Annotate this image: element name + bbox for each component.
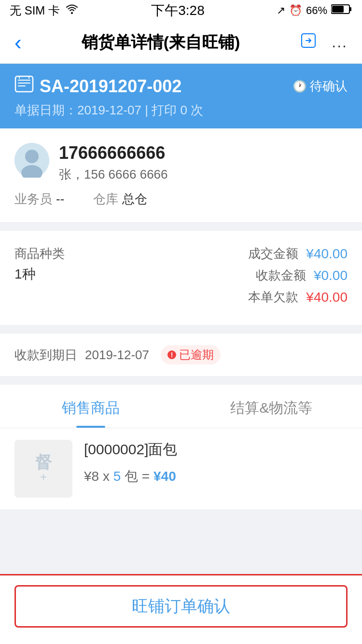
customer-info: 17666666666 张，156 6666 6666 xyxy=(59,143,348,183)
nav-actions: ... xyxy=(300,32,348,53)
product-info: [0000002]面包 ¥8 x 5 包 = ¥40 xyxy=(84,440,348,486)
status-time: 下午3:28 xyxy=(151,1,205,20)
battery-label: 66% xyxy=(306,4,327,17)
order-id: SA-20191207-002 xyxy=(14,75,181,97)
avatar xyxy=(14,143,49,178)
product-thumbnail: 督 + xyxy=(14,440,72,498)
product-qty: 5 xyxy=(113,469,121,484)
warehouse-label: 仓库 xyxy=(93,191,118,208)
share-button[interactable] xyxy=(300,32,317,53)
page-title: 销货单详情(来自旺铺) xyxy=(82,31,240,54)
type-value: 1种 xyxy=(14,265,65,283)
due-date-value: 2019-12-07 xyxy=(85,348,149,363)
amount-label-2: 本单欠款 xyxy=(248,289,298,306)
location-icon: ↗ xyxy=(277,4,285,17)
customer-row: 17666666666 张，156 6666 6666 xyxy=(14,143,348,183)
customer-phone: 17666666666 xyxy=(59,143,348,163)
svg-point-7 xyxy=(25,150,39,163)
tab-sales-product[interactable]: 销售商品 xyxy=(0,385,181,428)
product-unit: 包 xyxy=(125,469,138,484)
tab-settlement[interactable]: 结算&物流等 xyxy=(181,385,362,428)
product-card: 督 + [0000002]面包 ¥8 x 5 包 = ¥40 xyxy=(0,428,362,509)
amount-row-2: 本单欠款 ¥40.00 xyxy=(248,289,348,306)
tabs: 销售商品 结算&物流等 xyxy=(0,385,362,428)
order-status: 🕐 待确认 xyxy=(292,78,348,95)
product-total: ¥40 xyxy=(153,469,176,484)
wifi-icon xyxy=(65,4,79,17)
order-header: SA-20191207-002 🕐 待确认 单据日期：2019-12-07 | … xyxy=(0,64,362,128)
product-logo-text: 督 xyxy=(35,454,52,470)
product-price: ¥8 x 5 包 = ¥40 xyxy=(84,467,348,486)
carrier-label: 无 SIM 卡 xyxy=(10,3,60,18)
summary-left: 商品种类 1种 xyxy=(14,245,65,283)
price-value: ¥8 xyxy=(84,469,99,484)
svg-point-0 xyxy=(71,12,73,14)
nav-bar: ‹ 销货单详情(来自旺铺) ... xyxy=(0,21,362,64)
customer-name: 张，156 6666 6666 xyxy=(59,166,348,183)
amount-label-1: 收款金额 xyxy=(256,267,306,284)
confirm-label: 旺铺订单确认 xyxy=(132,595,230,617)
product-title: 面包 xyxy=(148,441,177,457)
product-code: [0000002] xyxy=(84,441,148,457)
amount-label-0: 成交金额 xyxy=(248,245,298,262)
type-label: 商品种类 xyxy=(14,245,65,262)
overdue-badge: ! 已逾期 xyxy=(161,345,221,364)
overdue-text: 已逾期 xyxy=(179,347,214,363)
separator-2 xyxy=(0,325,362,334)
product-logo-plus: + xyxy=(35,470,52,484)
confirm-button-wrap: 旺铺订单确认 xyxy=(0,574,362,644)
order-date: 单据日期：2019-12-07 | 打印 0 次 xyxy=(14,102,348,119)
customer-card: 17666666666 张，156 6666 6666 业务员 -- 仓库 总仓 xyxy=(0,128,362,222)
back-button[interactable]: ‹ xyxy=(14,30,22,55)
clock-icon: 🕐 xyxy=(292,80,307,93)
tab-sales-label: 销售商品 xyxy=(62,400,120,416)
status-bar: 无 SIM 卡 下午3:28 ↗ ⏰ 66% xyxy=(0,0,362,21)
svg-rect-3 xyxy=(332,6,344,13)
status-right: ↗ ⏰ 66% xyxy=(277,4,352,17)
order-id-row: SA-20191207-002 🕐 待确认 xyxy=(14,75,348,97)
meta-row: 业务员 -- 仓库 总仓 xyxy=(14,191,348,208)
amount-value-1: ¥0.00 xyxy=(314,268,348,283)
status-text: 待确认 xyxy=(310,78,348,95)
status-left: 无 SIM 卡 xyxy=(10,3,79,18)
amount-value-0: ¥40.00 xyxy=(306,246,348,262)
separator-1 xyxy=(0,222,362,231)
salesperson-label: 业务员 xyxy=(14,191,52,208)
product-name: [0000002]面包 xyxy=(84,440,348,460)
salesperson-value: -- xyxy=(56,192,64,207)
confirm-button[interactable]: 旺铺订单确认 xyxy=(14,585,348,628)
overdue-dot-icon: ! xyxy=(167,350,176,359)
warehouse-value: 总仓 xyxy=(122,191,147,208)
amount-value-2: ¥40.00 xyxy=(306,290,348,305)
more-button[interactable]: ... xyxy=(332,33,348,51)
order-id-text: SA-20191207-002 xyxy=(40,76,181,97)
battery-icon xyxy=(331,4,352,17)
alarm-icon: ⏰ xyxy=(289,4,302,17)
order-icon xyxy=(14,75,34,97)
svg-rect-2 xyxy=(349,7,351,11)
svg-rect-5 xyxy=(15,76,33,92)
amount-row-0: 成交金额 ¥40.00 xyxy=(248,245,348,262)
amount-row-1: 收款金额 ¥0.00 xyxy=(248,267,348,284)
price-separator: x xyxy=(103,469,113,484)
tab-settlement-label: 结算&物流等 xyxy=(230,400,312,416)
due-date-label: 收款到期日 xyxy=(14,347,77,364)
summary-right: 成交金额 ¥40.00 收款金额 ¥0.00 本单欠款 ¥40.00 xyxy=(248,245,348,310)
price-equals: = xyxy=(142,469,153,484)
separator-3 xyxy=(0,376,362,385)
due-date-card: 收款到期日 2019-12-07 ! 已逾期 xyxy=(0,334,362,376)
summary-card: 商品种类 1种 成交金额 ¥40.00 收款金额 ¥0.00 本单欠款 ¥40.… xyxy=(0,231,362,325)
